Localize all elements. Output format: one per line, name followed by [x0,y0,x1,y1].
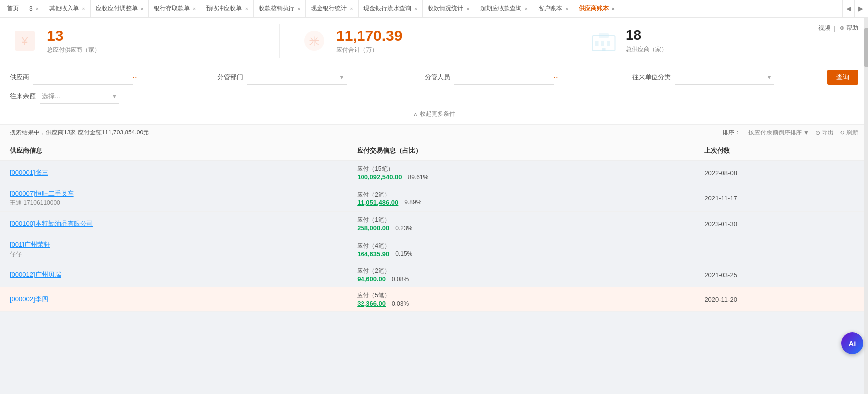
stat-block-payable-total: 米 11,170.39 应付合计（万） [280,24,569,58]
supplier-link[interactable]: [000002]李四 [10,295,48,303]
payable-amount[interactable]: 94,600.00 [357,275,386,283]
tab-close-prepay-receive[interactable]: × [245,6,248,12]
person-input[interactable] [454,70,554,85]
payable-amount[interactable]: 258,000.00 [357,224,389,232]
nav-next-arrow[interactable]: ▶ [854,0,866,18]
svg-text:米: 米 [309,36,319,47]
nav-tab-bank-deposit[interactable]: 银行存取款单× [149,0,201,18]
refresh-button[interactable]: ↻ 刷新 [840,129,858,137]
supplier-link[interactable]: [000100]本特勤油品有限公司 [10,220,93,227]
nav-tab-ap-adjustment[interactable]: 应收应付调整单× [91,0,149,18]
nav-prev-arrow[interactable]: ◀ [842,0,854,18]
dept-select[interactable]: ▼ [247,70,347,85]
payable-percent: 0.15% [395,250,412,257]
last-payment-cell: 2021-11-17 [694,185,868,212]
payable-total-label: 应付合计（万） [336,46,402,54]
balance-select-text: 选择... [40,92,112,101]
help-icon: ⊙ [840,24,845,31]
export-button[interactable]: ⊙ 导出 [815,129,834,137]
svg-text:¥: ¥ [21,35,28,47]
tab-close-tab3[interactable]: × [36,6,39,12]
query-button[interactable]: 查询 [827,70,858,85]
payable-amount[interactable]: 32,366.00 [357,300,386,307]
person-ellipsis[interactable]: ··· [554,74,559,81]
supplier-info-cell: [000002]李四 [0,287,347,312]
supplier-input[interactable] [33,70,133,85]
last-payment-cell: 2020-11-20 [694,287,868,312]
payable-amount[interactable]: 164,635.90 [357,250,389,258]
tab-close-other-income[interactable]: × [82,6,85,12]
table-wrapper: 供应商信息 应付交易信息（占比） 上次付数 [000001]张三应付（15笔）1… [0,141,868,312]
supplier-link[interactable]: [001]广州荣轩 [10,241,50,248]
scrollbar-thumb[interactable] [864,28,868,67]
nav-tab-prepay-receive[interactable]: 预收冲应收单× [201,0,253,18]
supplier-ellipsis[interactable]: ··· [133,74,138,81]
tab-close-bank-deposit[interactable]: × [193,6,196,12]
nav-tab-supplier-account[interactable]: 供应商账本× [574,0,620,18]
payable-label: 应付（1笔） [357,216,684,224]
nav-tab-home[interactable]: 首页 [2,0,24,18]
sort-value: 按应付余额倒序排序 [748,129,802,137]
tab-close-cash-bank-flow[interactable]: × [414,6,417,12]
nav-tab-collection-stat[interactable]: 收款情况统计× [423,0,475,18]
tab-close-receipt-verify[interactable]: × [297,6,300,12]
supplier-link[interactable]: [000001]张三 [10,169,48,176]
last-payment-cell: 2023-01-30 [694,212,868,236]
sort-dropdown-icon: ▼ [803,130,809,136]
help-link[interactable]: ⊙ 帮助 [840,24,858,32]
payable-label: 应付（4笔） [357,242,684,250]
export-icon: ⊙ [815,130,820,136]
table-row: [000100]本特勤油品有限公司应付（1笔）258,000.000.23%20… [0,212,868,236]
refresh-label: 刷新 [846,129,858,137]
supplier-info-cell: [000012]广州贝瑞 [0,263,347,287]
balance-select[interactable]: 选择... ▼ [40,89,119,104]
sort-label: 排序： [723,129,740,137]
payable-amount[interactable]: 100,092,540.00 [357,173,402,181]
nav-tab-overdue-query[interactable]: 超期应收款查询× [475,0,533,18]
collapse-button[interactable]: ∧ 收起更多条件 [10,108,858,120]
balance-filter-label: 往来余额 [10,92,36,101]
tab-close-cash-bank-stat[interactable]: × [350,6,353,12]
filter-person: 分管人员 ··· [425,70,612,85]
filter-category: 往来单位分类 ▼ [632,70,820,85]
tab-close-supplier-account[interactable]: × [612,6,615,12]
collapse-text: 收起更多条件 [420,110,455,118]
nav-tab-cash-bank-stat[interactable]: 现金银行统计× [306,0,358,18]
table-row: [000007]恒旺二手叉车王通 17106110000应付（2笔）11,051… [0,185,868,212]
nav-tab-tab3[interactable]: 3× [24,0,44,18]
results-summary: 搜索结果中，供应商13家 应付金额111,703,854.00元 [10,129,149,137]
tab-close-customer-account[interactable]: × [565,6,568,12]
payable-amount[interactable]: 11,051,486.00 [357,199,398,206]
category-filter-label: 往来单位分类 [632,73,671,82]
payable-percent: 0.03% [392,300,409,307]
table-body: [000001]张三应付（15笔）100,092,540.0089.61%202… [0,161,868,312]
sort-select[interactable]: 按应付余额倒序排序 ▼ [748,129,809,137]
svg-rect-9 [602,48,606,51]
svg-rect-6 [601,41,604,46]
nav-tab-customer-account[interactable]: 客户账本× [533,0,574,18]
stat-content-total-suppliers: 18 总供应商（家） [626,28,667,54]
payable-percent: 0.23% [395,225,412,232]
last-payment-cell: 2022-08-08 [694,161,868,185]
nav-tab-other-income[interactable]: 其他收入单× [44,0,90,18]
category-select[interactable]: ▼ [675,70,774,85]
supplier-link[interactable]: [000007]恒旺二手叉车 [10,190,74,197]
tab-close-overdue-query[interactable]: × [525,6,528,12]
payable-label: 应付（15笔） [357,165,684,173]
filter-section: 供应商 ··· 分管部门 ▼ 分管人员 ··· 往来单位分类 [0,64,868,125]
tab-close-ap-adjustment[interactable]: × [141,6,144,12]
supplier-link[interactable]: [000012]广州贝瑞 [10,271,61,278]
right-scrollbar[interactable] [864,18,868,394]
divider: | [834,25,836,32]
video-link[interactable]: 视频 [818,24,830,32]
stats-header: ¥ 13 总应付供应商（家） 米 11,170.39 应付合计（万） [0,18,868,64]
tab-close-collection-stat[interactable]: × [466,6,469,12]
ai-assistant-button[interactable]: Ai [841,332,863,354]
th-last-payment: 上次付数 [694,141,868,161]
export-label: 导出 [822,129,834,137]
payable-percent: 9.89% [404,199,421,206]
nav-tab-receipt-verify[interactable]: 收款核销执行× [254,0,306,18]
supplier-sub: 王通 17106110000 [10,199,337,207]
th-payable-info: 应付交易信息（占比） [347,141,694,161]
nav-tab-cash-bank-flow[interactable]: 现金银行流水查询× [359,0,423,18]
